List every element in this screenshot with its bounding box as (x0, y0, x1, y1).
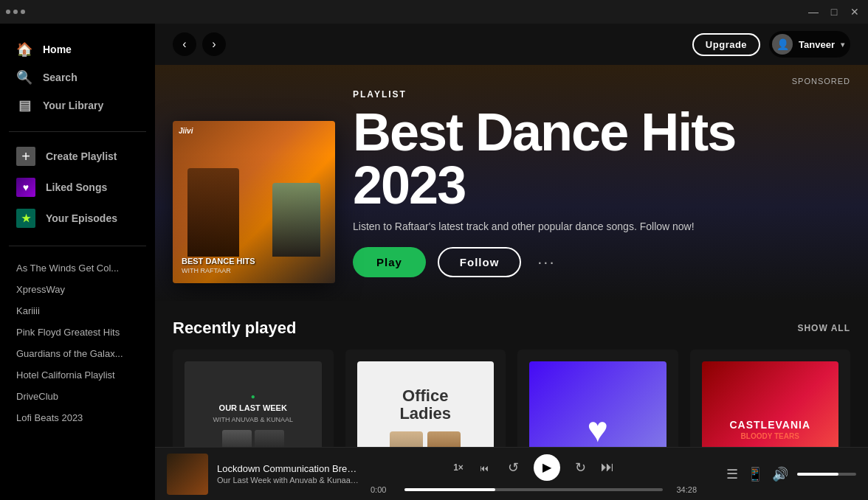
now-playing-bar: Lockdown Communication Breakdow... Our L… (155, 447, 868, 500)
next-button[interactable]: ⏭ (601, 459, 614, 475)
sidebar-item-label: Search (43, 72, 78, 83)
rewind-button[interactable]: ⏮ (478, 460, 493, 475)
podcast-art-title: OUR LAST WEEK (219, 403, 287, 413)
hero-type: PLAYLIST (353, 89, 850, 100)
create-playlist-item[interactable]: + Create Playlist (9, 141, 146, 172)
episodes-icon: ★ (16, 209, 35, 228)
sidebar-item-home[interactable]: 🏠 Home (9, 35, 146, 63)
volume-bar[interactable] (797, 473, 856, 476)
title-bar-controls: — □ ✕ (806, 4, 862, 19)
hero-section: SPONSORED Jiivi BEST DANCE HITS WITH RAF… (155, 65, 868, 301)
hero-art-subtitle: WITH RAFTAAR (182, 267, 255, 274)
your-episodes-item[interactable]: ★ Your Episodes (9, 203, 146, 234)
sidebar-item-search[interactable]: 🔍 Search (9, 63, 146, 91)
speed-button[interactable]: 1× (453, 462, 464, 473)
card-art: ♥ (529, 361, 666, 447)
hero-art: Jiivi BEST DANCE HITS WITH RAFTAAR (173, 121, 335, 283)
progress-bar[interactable] (404, 488, 663, 491)
playlist-item[interactable]: Guardians of the Galax... (9, 344, 146, 364)
play-pause-button[interactable]: ▶ (534, 454, 560, 481)
track-name: Lockdown Communication Breakdow... (217, 463, 359, 474)
playlist-item[interactable]: Kariiii (9, 301, 146, 321)
playlist-item[interactable]: XpressWay (9, 279, 146, 299)
search-icon: 🔍 (16, 69, 32, 86)
castlevania-subtitle: BLOODY TEARS (729, 432, 810, 440)
now-playing-left: Lockdown Communication Breakdow... Our L… (167, 454, 359, 495)
upgrade-button[interactable]: Upgrade (692, 33, 760, 56)
title-bar-dots (6, 10, 25, 14)
playlist-item[interactable]: Hotel California Playlist (9, 365, 146, 385)
hero-actions: Play Follow ··· (353, 247, 850, 277)
minimize-button[interactable]: — (806, 4, 821, 19)
queue-icon: ☰ (726, 466, 738, 482)
skip-forward-button[interactable]: ↻ (575, 459, 586, 476)
forward-button[interactable]: › (202, 32, 226, 56)
more-options-button[interactable]: ··· (533, 249, 559, 276)
back-button[interactable]: ‹ (173, 32, 196, 56)
castlevania-art: CASTLEVANIA BLOODY TEARS (720, 410, 819, 447)
playlist-item[interactable]: Pink Floyd Greatest Hits (9, 322, 146, 342)
card-castlevania[interactable]: CASTLEVANIA BLOODY TEARS Castlevania: Bl… (690, 350, 851, 447)
devices-button[interactable]: 📱 (747, 466, 763, 482)
library-icon: ▤ (16, 97, 32, 114)
next-icon: ⏭ (601, 459, 614, 475)
hero-art-title: BEST DANCE HITS (182, 257, 255, 265)
title-bar: — □ ✕ (0, 0, 868, 24)
play-button[interactable]: Play (353, 247, 426, 277)
content-area: ‹ › Upgrade 👤 Tanveer ▾ SPONSORED Jiivi (155, 24, 868, 500)
queue-button[interactable]: ☰ (726, 466, 738, 482)
maximize-button[interactable]: □ (827, 4, 841, 19)
your-episodes-label: Your Episodes (46, 212, 117, 224)
card-liked-songs[interactable]: ♥ Liked Songs Playlist (517, 350, 678, 447)
playlist-item[interactable]: As The Winds Get Col... (9, 258, 146, 278)
section-title: Recently played (173, 319, 297, 338)
volume-button[interactable]: 🔊 (772, 466, 788, 482)
office-art-inner: Office Ladies (357, 361, 495, 447)
sidebar-item-library[interactable]: ▤ Your Library (9, 91, 146, 119)
close-button[interactable]: ✕ (847, 4, 862, 19)
volume-icon: 🔊 (772, 466, 788, 482)
user-name: Tanveer (799, 39, 835, 50)
svg-text:⏮: ⏮ (480, 463, 489, 473)
liked-songs-item[interactable]: ♥ Liked Songs (9, 172, 146, 203)
sponsored-label: SPONSORED (792, 77, 850, 86)
card-our-last-week[interactable]: ● OUR LAST WEEK WITH ANUVAB & KUNAAL Ou (173, 350, 334, 447)
user-menu-button[interactable]: 👤 Tanveer ▾ (769, 31, 850, 58)
create-playlist-label: Create Playlist (46, 150, 117, 162)
track-artist: Our Last Week with Anuvab & Kunaal (Engl… (217, 476, 359, 485)
recently-played-section: Recently played Show all ● OUR LAST WEEK… (155, 301, 868, 447)
castlevania-title: CASTLEVANIA (729, 419, 810, 431)
sidebar: 🏠 Home 🔍 Search ▤ Your Library + Create … (0, 24, 155, 500)
total-time: 34:28 (670, 485, 697, 494)
sidebar-item-label: Your Library (43, 100, 103, 111)
main-layout: 🏠 Home 🔍 Search ▤ Your Library + Create … (0, 24, 868, 500)
track-art (167, 454, 208, 495)
sidebar-divider (9, 131, 146, 132)
section-header: Recently played Show all (173, 319, 850, 338)
podcast-art-subtitle: WITH ANUVAB & KUNAAL (213, 416, 293, 424)
skip-back-button[interactable]: ↺ (508, 459, 519, 476)
follow-button[interactable]: Follow (438, 247, 522, 277)
hero-info: PLAYLIST Best Dance Hits 2023 Listen to … (353, 89, 850, 283)
cards-row: ● OUR LAST WEEK WITH ANUVAB & KUNAAL Ou (173, 350, 850, 447)
show-all-button[interactable]: Show all (797, 323, 850, 333)
playlist-item[interactable]: Lofi Beats 2023 (9, 408, 146, 428)
progress-fill (404, 488, 495, 491)
hero-title: Best Dance Hits 2023 (353, 105, 850, 212)
user-avatar: 👤 (772, 34, 793, 55)
office-art-title: Office (402, 387, 448, 405)
card-art: ● OUR LAST WEEK WITH ANUVAB & KUNAAL (185, 361, 322, 447)
scrollable-content: SPONSORED Jiivi BEST DANCE HITS WITH RAF… (155, 65, 868, 447)
now-playing-center: 1× ⏮ ↺ ▶ ↻ ⏭ (371, 454, 697, 494)
title-bar-dot (6, 10, 10, 14)
top-bar: ‹ › Upgrade 👤 Tanveer ▾ (155, 24, 868, 65)
sidebar-actions: + Create Playlist ♥ Liked Songs ★ Your E… (0, 138, 155, 240)
heart-icon: ♥ (588, 409, 609, 447)
playlist-item[interactable]: DriveClub (9, 386, 146, 406)
nav-buttons: ‹ › (173, 32, 226, 56)
podcast-art-inner: ● OUR LAST WEEK WITH ANUVAB & KUNAAL (185, 361, 322, 447)
now-playing-right: ☰ 📱 🔊 (709, 466, 856, 482)
top-bar-right: Upgrade 👤 Tanveer ▾ (692, 31, 850, 58)
title-bar-dot (21, 10, 25, 14)
card-office-ladies[interactable]: Office Ladies Office Ladies Podcast (345, 350, 506, 447)
